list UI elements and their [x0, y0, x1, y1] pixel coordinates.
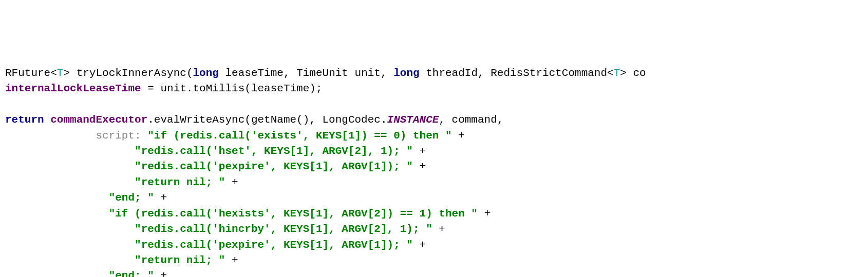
- lua-string-8: "redis.call('pexpire', KEYS[1], ARGV[1])…: [135, 239, 413, 251]
- plus-2: +: [413, 145, 426, 157]
- field-internalLockLeaseTime: internalLockLeaseTime: [5, 83, 141, 94]
- lua-string-3: "redis.call('pexpire', KEYS[1], ARGV[1])…: [135, 161, 413, 172]
- plus-7: +: [432, 223, 445, 235]
- code-line-9: "end; " +: [5, 192, 167, 204]
- keyword-return: return: [5, 114, 50, 126]
- code-line-11: "redis.call('hincrby', KEYS[1], ARGV[2],…: [5, 223, 445, 235]
- method-sig-2: > tryLockInnerAsync(: [63, 67, 193, 79]
- plus-1: +: [452, 130, 465, 142]
- type-param-2: T: [614, 67, 620, 79]
- lua-string-1: "if (redis.call('exists', KEYS[1]) == 0)…: [147, 130, 451, 142]
- lua-string-10: "end; ": [109, 270, 154, 277]
- plus-3: +: [413, 161, 426, 172]
- code-line-8: "return nil; " +: [5, 176, 238, 188]
- plus-6: +: [478, 208, 490, 220]
- code-line-4: return commandExecutor.evalWriteAsync(ge…: [5, 114, 503, 126]
- lua-string-2: "redis.call('hset', KEYS[1], ARGV[2], 1)…: [135, 145, 413, 157]
- eval-call-2: , command,: [439, 114, 503, 126]
- code-line-14: "end; " +: [5, 270, 167, 277]
- eval-call-1: .evalWriteAsync(getName(), LongCodec.: [147, 114, 387, 126]
- code-line-12: "redis.call('pexpire', KEYS[1], ARGV[1])…: [5, 239, 426, 251]
- keyword-long-1: long: [193, 67, 218, 79]
- param-hint-script: script:: [96, 130, 147, 142]
- plus-8: +: [413, 239, 426, 251]
- code-line-5: script: "if (redis.call('exists', KEYS[1…: [5, 130, 465, 142]
- static-instance: INSTANCE: [387, 114, 439, 126]
- plus-10: +: [154, 270, 167, 277]
- code-line-6: "redis.call('hset', KEYS[1], ARGV[2], 1)…: [5, 145, 426, 157]
- method-sig-4: threadId, RedisStrictCommand<: [420, 67, 614, 79]
- code-line-13: "return nil; " +: [5, 254, 238, 266]
- lua-string-6: "if (redis.call('hexists', KEYS[1], ARGV…: [109, 208, 478, 220]
- method-sig-5: > co: [620, 67, 646, 79]
- code-line-7: "redis.call('pexpire', KEYS[1], ARGV[1])…: [5, 161, 426, 172]
- code-block: RFuture<T> tryLockInnerAsync(long leaseT…: [5, 66, 863, 277]
- plus-9: +: [225, 254, 238, 266]
- plus-4: +: [225, 176, 238, 188]
- type-param-1: T: [57, 67, 64, 79]
- lua-string-7: "redis.call('hincrby', KEYS[1], ARGV[2],…: [135, 223, 432, 235]
- lua-string-4: "return nil; ": [135, 176, 225, 188]
- plus-5: +: [154, 192, 167, 204]
- assign-rest: = unit.toMillis(leaseTime);: [141, 83, 323, 94]
- method-sig-3: leaseTime, TimeUnit unit,: [219, 67, 393, 79]
- code-line-2: internalLockLeaseTime = unit.toMillis(le…: [5, 83, 323, 94]
- keyword-long-2: long: [393, 67, 419, 79]
- lua-string-5: "end; ": [109, 192, 154, 204]
- code-line-1: RFuture<T> tryLockInnerAsync(long leaseT…: [5, 67, 646, 79]
- field-commandExecutor: commandExecutor: [50, 114, 147, 126]
- code-line-10: "if (redis.call('hexists', KEYS[1], ARGV…: [5, 208, 490, 220]
- method-sig-1: RFuture<: [5, 67, 57, 79]
- lua-string-9: "return nil; ": [135, 254, 225, 266]
